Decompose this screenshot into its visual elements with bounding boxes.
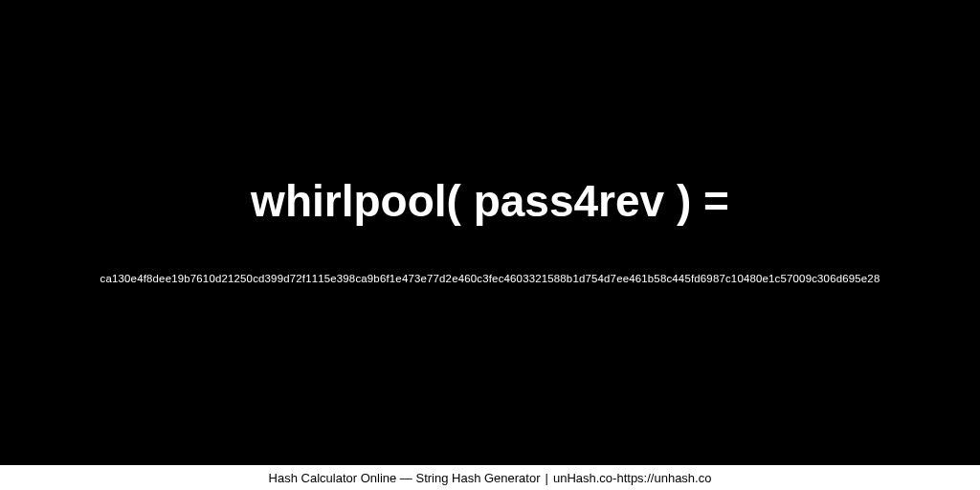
footer-separator: | (546, 471, 548, 485)
hash-output-value: ca130e4f8dee19b7610d21250cd399d72f1115e3… (100, 273, 880, 284)
footer-site-link[interactable]: unHash.co (553, 471, 612, 485)
footer-description: Hash Calculator Online — String Hash Gen… (269, 471, 541, 485)
footer-url-link[interactable]: https://unhash.co (616, 471, 711, 485)
footer-bar: Hash Calculator Online — String Hash Gen… (0, 465, 980, 490)
hash-expression-heading: whirlpool( pass4rev ) = (251, 175, 729, 227)
main-content: whirlpool( pass4rev ) = ca130e4f8dee19b7… (0, 0, 980, 459)
